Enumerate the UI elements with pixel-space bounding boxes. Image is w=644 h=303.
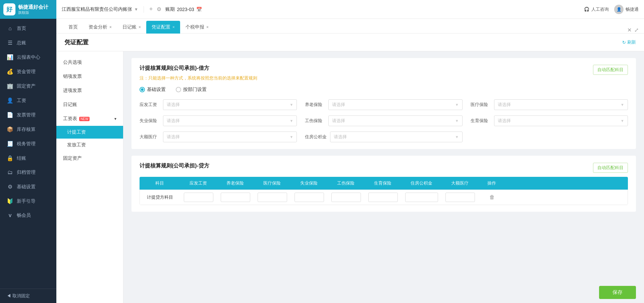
td-gongshang[interactable] bbox=[328, 190, 365, 205]
tabbar: 首页 资金分析 × 日记账 × 凭证配置 × 个税申报 × ✕ ⤢ bbox=[56, 19, 644, 34]
avatar-icon: 👤 bbox=[616, 7, 622, 12]
input-dae[interactable] bbox=[445, 193, 475, 202]
td-gongjijin[interactable] bbox=[401, 190, 442, 205]
input-yingfa[interactable] bbox=[184, 193, 213, 202]
expand-icon: ▾ bbox=[114, 116, 116, 121]
select-yingfa[interactable]: 请选择 ▼ bbox=[163, 99, 297, 110]
sidebar-item-ledger[interactable]: ☰ 总账 bbox=[0, 36, 56, 50]
input-gongjijin[interactable] bbox=[405, 193, 438, 202]
menu-item-accrue[interactable]: 计提工资 bbox=[56, 126, 123, 139]
sidebar-item-salary[interactable]: 👤 工资 bbox=[0, 93, 56, 108]
input-gongshang[interactable] bbox=[331, 193, 361, 202]
select-gongjijin-arrow: ▼ bbox=[455, 135, 459, 139]
tab-voucher-label: 凭证配置 bbox=[152, 24, 170, 30]
select-yiliao[interactable]: 请选择 ▼ bbox=[494, 99, 628, 110]
field-shengyu: 生育保险 请选择 ▼ bbox=[471, 115, 628, 126]
company-selector[interactable]: 江西服宝精品有限责任公司内账张 ▼ bbox=[62, 6, 138, 12]
label-gongjijin: 住房公积金 bbox=[305, 134, 327, 140]
add-company-button[interactable]: + bbox=[149, 6, 153, 13]
menu-item-salary-table[interactable]: 工资表NEW ▾ bbox=[56, 112, 123, 126]
tab-journal[interactable]: 日记账 × bbox=[117, 21, 146, 34]
select-shiye[interactable]: 请选择 ▼ bbox=[163, 115, 297, 126]
sidebar-item-assets[interactable]: 🏢 固定资产 bbox=[0, 79, 56, 93]
td-yanglao[interactable] bbox=[217, 190, 254, 205]
save-button[interactable]: 保存 bbox=[599, 286, 636, 299]
service-button[interactable]: 🎧 人工咨询 bbox=[584, 6, 609, 12]
menu-item-fixed-assets[interactable]: 固定资产 bbox=[56, 151, 123, 165]
credit-auto-match-button[interactable]: 自动匹配科目 bbox=[593, 163, 628, 173]
tab-voucher-close[interactable]: × bbox=[172, 25, 175, 30]
menu-item-purchase[interactable]: 进项发票 bbox=[56, 84, 123, 98]
tab-funds[interactable]: 资金分析 × bbox=[83, 21, 117, 34]
select-dae[interactable]: 请选择 ▼ bbox=[163, 132, 297, 142]
field-yanglao: 养老保险 请选择 ▼ bbox=[305, 99, 462, 110]
td-yiliao[interactable] bbox=[254, 190, 291, 205]
td-shengyu[interactable] bbox=[365, 190, 401, 205]
label-yanglao: 养老保险 bbox=[305, 102, 325, 108]
sidebar-logo[interactable]: 好 畅捷通好会计 旗舰版 bbox=[0, 0, 56, 19]
tab-journal-close[interactable]: × bbox=[139, 25, 141, 30]
sidebar-item-funds[interactable]: 💰 资金管理 bbox=[0, 64, 56, 79]
select-gongshang[interactable]: 请选择 ▼ bbox=[328, 115, 462, 126]
sidebar-item-invoice[interactable]: 📄 发票管理 bbox=[0, 108, 56, 122]
headset-icon: 🎧 bbox=[584, 7, 589, 12]
input-yiliao[interactable] bbox=[258, 193, 287, 202]
sidebar-item-reports[interactable]: 📊 云报表中心 bbox=[0, 50, 56, 64]
select-yiliao-value: 请选择 bbox=[498, 102, 511, 108]
tab-home[interactable]: 首页 bbox=[63, 21, 83, 34]
topbar-divider1 bbox=[144, 6, 144, 13]
menu-item-public[interactable]: 公共选项 bbox=[56, 55, 123, 69]
tab-funds-close[interactable]: × bbox=[109, 25, 112, 30]
refresh-button[interactable]: ↻ 刷新 bbox=[622, 39, 636, 45]
menu-item-pay[interactable]: 发放工资 bbox=[56, 139, 123, 151]
close-tab-button[interactable]: ✕ bbox=[627, 27, 632, 33]
radio-dept[interactable]: 按部门设置 bbox=[176, 87, 207, 93]
input-yanglao[interactable] bbox=[221, 193, 250, 202]
label-shengyu: 生育保险 bbox=[471, 118, 491, 124]
tab-voucher[interactable]: 凭证配置 × bbox=[146, 21, 180, 34]
settings-button[interactable]: ⚙ bbox=[157, 6, 161, 12]
select-shengyu[interactable]: 请选择 ▼ bbox=[494, 115, 628, 126]
delete-row-button[interactable]: 🗑 bbox=[489, 194, 495, 200]
tab-funds-label: 资金分析 bbox=[89, 24, 107, 30]
select-gongjijin[interactable]: 请选择 ▼ bbox=[330, 132, 462, 142]
td-dae[interactable] bbox=[442, 190, 479, 205]
tab-tax-close[interactable]: × bbox=[206, 25, 209, 30]
new-badge: NEW bbox=[79, 117, 90, 121]
radio-basic[interactable]: 基础设置 bbox=[140, 87, 166, 93]
label-yingfa: 应发工资 bbox=[140, 102, 160, 108]
logo-icon: 好 bbox=[3, 3, 15, 15]
sidebar-item-closing[interactable]: 🔒 结账 bbox=[0, 151, 56, 165]
input-shengyu[interactable] bbox=[368, 193, 398, 202]
user-menu[interactable]: 👤 畅捷通 bbox=[614, 5, 639, 14]
tab-tax[interactable]: 个税申报 × bbox=[180, 21, 214, 34]
credit-section-title: 计提核算规则(公司承担)-贷方 bbox=[140, 162, 209, 169]
sidebar-item-home[interactable]: ⌂ 首页 bbox=[0, 21, 56, 36]
debit-section-note: 注：只能选择一种方式，系统将按照您当前的选择来配置规则 bbox=[140, 75, 593, 81]
sidebar-label-guide: 新手引导 bbox=[17, 198, 36, 204]
sidebar-item-settings[interactable]: ⚙ 基础设置 bbox=[0, 180, 56, 194]
sidebar-item-vip[interactable]: V 畅会员 bbox=[0, 208, 56, 222]
sidebar-item-archive[interactable]: 🗂 归档管理 bbox=[0, 165, 56, 180]
td-shiye[interactable] bbox=[291, 190, 328, 205]
sidebar-item-inventory[interactable]: 📦 库存核算 bbox=[0, 122, 56, 137]
period-selector[interactable]: 账期 2023-03 📅 bbox=[165, 6, 202, 12]
expand-button[interactable]: ⤢ bbox=[634, 27, 639, 33]
menu-item-journal[interactable]: 日记账 bbox=[56, 98, 123, 112]
select-shengyu-arrow: ▼ bbox=[621, 119, 624, 123]
home-icon: ⌂ bbox=[7, 26, 13, 32]
select-yanglao[interactable]: 请选择 ▼ bbox=[328, 99, 462, 110]
salary-table-label: 工资表NEW bbox=[63, 116, 90, 122]
td-action[interactable]: 🗑 bbox=[479, 190, 505, 205]
service-label: 人工咨询 bbox=[591, 6, 609, 12]
menu-item-sales[interactable]: 销项发票 bbox=[56, 69, 123, 84]
debit-auto-match-button[interactable]: 自动匹配科目 bbox=[593, 65, 628, 75]
refresh-icon: ↻ bbox=[622, 40, 626, 45]
field-yiliao: 医疗保险 请选择 ▼ bbox=[471, 99, 628, 110]
sidebar-pin-toggle[interactable]: ◀ 取消固定 bbox=[0, 289, 56, 303]
input-shiye[interactable] bbox=[294, 193, 324, 202]
sidebar-item-tax[interactable]: 🧾 税务管理 bbox=[0, 137, 56, 151]
td-yingfa[interactable] bbox=[180, 190, 217, 205]
page-header: 凭证配置 ↻ 刷新 bbox=[56, 34, 644, 51]
sidebar-item-guide[interactable]: 🔰 新手引导 bbox=[0, 194, 56, 208]
